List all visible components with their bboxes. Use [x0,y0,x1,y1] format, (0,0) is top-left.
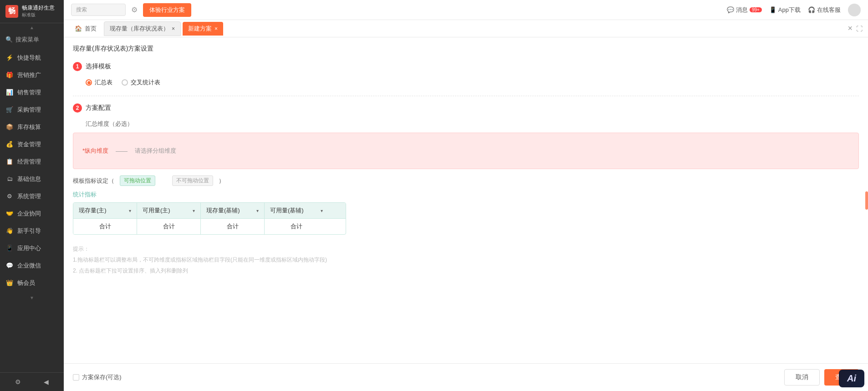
dimension-dash: —— [116,148,128,154]
main-area: 搜索 ⚙ 体验行业方案 💬 消息 99+ 📱 App下载 🎧 在线客服 🏠 [64,0,868,391]
system-icon: ⚙ [5,192,14,201]
sidebar-item-label: 资金管理 [17,140,41,149]
sidebar: 畅 畅康通好生意 标准版 ▲ 🔍 搜索菜单 ⚡ 快捷导航 🎁 营销推广 📊 销售… [0,0,64,391]
stat-cell-3: 合计 [201,219,265,234]
header-search[interactable]: 搜索 [71,4,126,16]
stat-table-row: 合计 合计 合计 合计 [73,218,346,234]
dimension-label: 汇总维度（必选） [86,120,859,128]
radio-summary-dot [87,81,91,84]
sidebar-scroll-up[interactable]: ▲ [0,23,64,32]
radio-crosstab[interactable]: 交叉统计表 [122,78,160,87]
finance-icon: 💰 [5,140,14,149]
sidebar-item-purchase[interactable]: 🛒 采购管理 [0,101,64,118]
app-download-icon: 📱 [769,6,776,13]
sidebar-item-label: 企业协同 [17,210,41,218]
tab-new-scheme-close[interactable]: × [214,26,218,32]
header-right: 💬 消息 99+ 📱 App下载 🎧 在线客服 [727,4,861,16]
tab-new-scheme[interactable]: 新建方案 × [183,22,223,36]
tab-home[interactable]: 🏠 首页 [69,22,102,36]
dimension-placeholder: 请选择分组维度 [135,147,176,155]
purchase-icon: 🛒 [5,106,14,114]
settings-icon[interactable]: ⚙ [13,376,23,387]
message-label: 消息 [736,6,748,14]
gear-icon[interactable]: ⚙ [131,5,138,14]
chevron-down-icon-3: ▾ [256,208,259,213]
sidebar-item-marketing[interactable]: 🎁 营销推广 [0,67,64,84]
sidebar-item-label: 系统管理 [17,192,41,201]
sidebar-item-quick-nav[interactable]: ⚡ 快捷导航 [0,49,64,67]
sidebar-item-newbie[interactable]: 👋 新手引导 [0,222,64,240]
tab-inventory-status-label: 现存量（库存状况表） [110,25,169,33]
tab-inventory-status-close[interactable]: × [172,26,175,32]
stat-col-1[interactable]: 现存量(主) ▾ [73,203,137,218]
tabs-bar: 🏠 首页 现存量（库存状况表） × 新建方案 × × ⛶ [64,20,868,37]
tab-home-label: 首页 [85,25,97,33]
message-badge: 99+ [750,7,762,12]
tips-section: 提示： 1.拖动标题栏可以调整布局，不可跨维度或指标区域拖动栏目字段(只能在同一… [73,243,859,276]
resize-handle[interactable] [865,191,868,210]
sidebar-item-inventory[interactable]: 📦 库存核算 [0,118,64,136]
sidebar-item-label: 库存核算 [17,123,41,131]
content-area: 现存量(库存状况表)方案设置 1 选择模板 汇总表 交 [64,37,868,363]
tab-inventory-status[interactable]: 现存量（库存状况表） × [104,21,181,36]
tip-prefix: 提示： [73,243,859,254]
collapse-icon[interactable]: ◀ [42,376,51,387]
tab-new-scheme-label: 新建方案 [188,25,212,33]
trial-button[interactable]: 体验行业方案 [143,3,191,17]
ai-badge[interactable]: Ai [839,370,864,387]
sidebar-item-system[interactable]: ⚙ 系统管理 [0,188,64,205]
save-checkbox[interactable] [73,374,79,381]
close-dialog-icon[interactable]: × [848,24,853,33]
enterprise-icon: 🤝 [5,210,14,218]
sidebar-item-basic-info[interactable]: 🗂 基础信息 [0,170,64,188]
inventory-icon: 📦 [5,123,14,131]
sidebar-item-sales[interactable]: 📊 销售管理 [0,84,64,101]
stat-col-2[interactable]: 可用量(主) ▾ [137,203,201,218]
stat-col-3-label: 现存量(基辅) [206,206,240,215]
wechat-icon: 💬 [5,262,14,270]
radio-summary-label: 汇总表 [95,78,112,87]
sidebar-item-member[interactable]: 👑 畅会员 [0,274,64,292]
logo-icon: 畅 [5,5,18,18]
expand-icon[interactable]: ⛶ [856,25,863,32]
sidebar-scroll-down[interactable]: ▼ [0,293,64,302]
sidebar-item-operations[interactable]: 📋 经营管理 [0,153,64,170]
stat-col-4[interactable]: 可用量(基辅) ▾ [265,203,328,218]
radio-crosstab-label: 交叉统计表 [131,78,160,87]
online-service-item[interactable]: 🎧 在线客服 [808,6,841,14]
non-draggable-badge: 不可拖动位置 [172,175,213,186]
indicator-settings: 模板指标设定（ 可拖动位置 不可拖动位置 ） [73,175,859,186]
save-option: 方案保存(可选) [73,373,122,381]
app-download-label: App下载 [778,6,801,14]
sidebar-item-finance[interactable]: 💰 资金管理 [0,136,64,153]
app-download-item[interactable]: 📱 App下载 [769,6,801,14]
sidebar-item-wechat[interactable]: 💬 企业微信 [0,257,64,274]
sidebar-search-label: 搜索菜单 [15,36,39,44]
sidebar-item-label: 基础信息 [17,175,41,183]
sidebar-search[interactable]: 🔍 搜索菜单 [0,32,64,47]
indicator-settings-suffix: ） [219,177,225,185]
avatar[interactable] [848,4,861,16]
stat-table-header: 现存量(主) ▾ 可用量(主) ▾ 现存量(基辅) ▾ [73,203,346,218]
cancel-button[interactable]: 取消 [784,369,820,386]
home-icon: 🏠 [75,25,82,32]
sidebar-item-label: 畅会员 [17,279,35,287]
logo-title: 畅康通好生意 [22,5,55,12]
step2-header: 2 方案配置 [73,103,859,113]
indicator-settings-label: 模板指标设定（ [73,177,114,185]
step1-section: 1 选择模板 汇总表 交叉统计表 [73,62,859,87]
sidebar-item-enterprise[interactable]: 🤝 企业协同 [0,205,64,222]
message-item[interactable]: 💬 消息 99+ [727,6,762,14]
indicator-settings-suffix-mid [161,177,167,185]
sidebar-item-label: 应用中心 [17,244,41,252]
sidebar-bottom: ⚙ ◀ [0,372,64,391]
basic-info-icon: 🗂 [5,175,14,183]
sidebar-item-appstore[interactable]: 📱 应用中心 [0,240,64,257]
radio-summary[interactable]: 汇总表 [86,78,112,87]
quick-nav-icon: ⚡ [5,54,14,62]
save-label: 方案保存(可选) [82,373,122,381]
draggable-badge: 可拖动位置 [120,175,155,186]
dimension-area[interactable]: *纵向维度 —— 请选择分组维度 [73,133,859,169]
stat-col-3[interactable]: 现存量(基辅) ▾ [201,203,265,218]
chevron-down-icon-2: ▾ [193,208,195,213]
